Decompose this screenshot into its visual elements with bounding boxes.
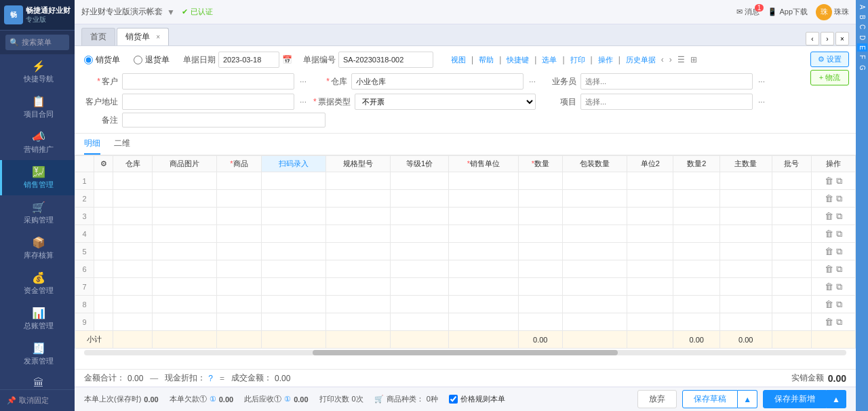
- row-delete-button[interactable]: 🗑: [825, 229, 833, 239]
- row-price1[interactable]: [390, 225, 449, 243]
- row-barcode[interactable]: [261, 260, 326, 278]
- print-button[interactable]: 打印: [570, 55, 585, 65]
- row-goods[interactable]: [217, 225, 261, 243]
- row-main-qty[interactable]: [719, 243, 772, 260]
- row-goods[interactable]: [217, 208, 261, 225]
- owe-help-icon[interactable]: ①: [210, 395, 216, 404]
- save-draft-arrow[interactable]: ▲: [738, 390, 757, 408]
- tab-prev-button[interactable]: ‹: [806, 32, 819, 45]
- row-batch[interactable]: [772, 225, 811, 243]
- row-warehouse[interactable]: [113, 313, 153, 331]
- row-copy-button[interactable]: ⧉: [836, 246, 842, 257]
- row-pack-qty[interactable]: [562, 208, 627, 225]
- row-pack-qty[interactable]: [562, 296, 627, 313]
- row-unit2[interactable]: [627, 278, 673, 296]
- customer-addr-input[interactable]: [122, 94, 294, 110]
- row-sales-unit[interactable]: [449, 278, 518, 296]
- user-menu-button[interactable]: 珠 珠珠: [816, 4, 849, 20]
- row-copy-button[interactable]: ⧉: [836, 264, 842, 275]
- row-price1[interactable]: [390, 243, 449, 260]
- tab-home[interactable]: 首页: [81, 28, 115, 45]
- row-batch[interactable]: [772, 278, 811, 296]
- row-sales-unit[interactable]: [449, 296, 518, 313]
- col-settings[interactable]: ⚙: [94, 156, 113, 172]
- right-panel-icon-5[interactable]: E: [857, 43, 867, 52]
- row-delete-button[interactable]: 🗑: [825, 246, 833, 256]
- view-toggle-icon1[interactable]: ☰: [677, 55, 685, 64]
- sidebar-item-marketing[interactable]: 📣 营销推广: [0, 125, 75, 160]
- row-qty2[interactable]: [673, 172, 720, 190]
- row-delete-button[interactable]: 🗑: [825, 176, 833, 186]
- project-select-icon[interactable]: ···: [758, 97, 765, 106]
- row-main-qty[interactable]: [719, 278, 772, 296]
- row-quantity[interactable]: [518, 260, 562, 278]
- row-qty2[interactable]: [673, 243, 720, 260]
- tab-detail[interactable]: 明细: [84, 134, 100, 155]
- row-main-qty[interactable]: [719, 225, 772, 243]
- shortcuts-button[interactable]: 快捷键: [507, 55, 529, 65]
- customer-addr-select-icon[interactable]: ···: [300, 97, 307, 106]
- row-warehouse[interactable]: [113, 243, 153, 260]
- row-goods[interactable]: [217, 190, 261, 208]
- row-spec[interactable]: [326, 225, 390, 243]
- row-price1[interactable]: [390, 296, 449, 313]
- help-icon[interactable]: ?: [208, 374, 213, 383]
- row-spec[interactable]: [326, 190, 390, 208]
- warehouse-select-icon[interactable]: ···: [529, 77, 536, 86]
- row-batch[interactable]: [772, 208, 811, 225]
- tab-close-icon[interactable]: ×: [156, 33, 160, 41]
- add-logistics-button[interactable]: + 物流: [810, 70, 849, 85]
- row-main-qty[interactable]: [719, 172, 772, 190]
- row-barcode[interactable]: [261, 208, 326, 225]
- row-sales-unit[interactable]: [449, 172, 518, 190]
- row-copy-button[interactable]: ⧉: [836, 176, 842, 187]
- right-panel-icon-2[interactable]: B: [857, 13, 867, 22]
- row-spec[interactable]: [326, 296, 390, 313]
- row-delete-button[interactable]: 🗑: [825, 193, 833, 203]
- salesperson-input[interactable]: [580, 73, 753, 90]
- row-copy-button[interactable]: ⧉: [836, 193, 842, 204]
- row-unit2[interactable]: [627, 243, 673, 260]
- row-batch[interactable]: [772, 190, 811, 208]
- row-spec[interactable]: [326, 278, 390, 296]
- row-spec[interactable]: [326, 260, 390, 278]
- save-new-arrow[interactable]: ▲: [827, 390, 846, 408]
- row-main-qty[interactable]: [719, 208, 772, 225]
- help-button[interactable]: 帮助: [479, 55, 494, 65]
- row-batch[interactable]: [772, 296, 811, 313]
- row-price1[interactable]: [390, 190, 449, 208]
- row-main-qty[interactable]: [719, 260, 772, 278]
- row-main-qty[interactable]: [719, 313, 772, 331]
- row-quantity[interactable]: [518, 243, 562, 260]
- row-barcode[interactable]: [261, 313, 326, 331]
- row-pack-qty[interactable]: [562, 278, 627, 296]
- operations-button[interactable]: 操作: [598, 55, 613, 65]
- tab-2d[interactable]: 二维: [114, 134, 130, 155]
- select-button[interactable]: 选单: [542, 55, 557, 65]
- radio-sale-order[interactable]: 销货单: [84, 54, 120, 66]
- row-warehouse[interactable]: [113, 172, 153, 190]
- row-warehouse[interactable]: [113, 296, 153, 313]
- tab-close-all-button[interactable]: ×: [835, 32, 849, 45]
- row-copy-button[interactable]: ⧉: [836, 299, 842, 310]
- row-unit2[interactable]: [627, 208, 673, 225]
- history-prev-icon[interactable]: ‹: [661, 55, 664, 64]
- row-copy-button[interactable]: ⧉: [836, 229, 842, 239]
- row-warehouse[interactable]: [113, 208, 153, 225]
- history-button[interactable]: 历史单据: [626, 55, 656, 65]
- row-warehouse[interactable]: [113, 190, 153, 208]
- right-panel-icon-4[interactable]: D: [857, 33, 867, 42]
- row-pack-qty[interactable]: [562, 313, 627, 331]
- app-download-button[interactable]: 📱 App下载: [768, 7, 808, 17]
- row-qty2[interactable]: [673, 313, 720, 331]
- row-sales-unit[interactable]: [449, 225, 518, 243]
- row-unit2[interactable]: [627, 260, 673, 278]
- cancel-fixed-button[interactable]: 📌 取消固定: [3, 393, 72, 408]
- right-panel-icon-6[interactable]: F: [857, 53, 867, 61]
- row-copy-button[interactable]: ⧉: [836, 211, 842, 222]
- save-draft-button[interactable]: 保存草稿: [682, 390, 738, 408]
- settings-button[interactable]: ⚙ 设置: [810, 52, 849, 67]
- sidebar-item-purchase[interactable]: 🛒 采购管理: [0, 195, 75, 231]
- sidebar-item-tax[interactable]: 🏛 税务管理: [0, 372, 75, 389]
- row-unit2[interactable]: [627, 296, 673, 313]
